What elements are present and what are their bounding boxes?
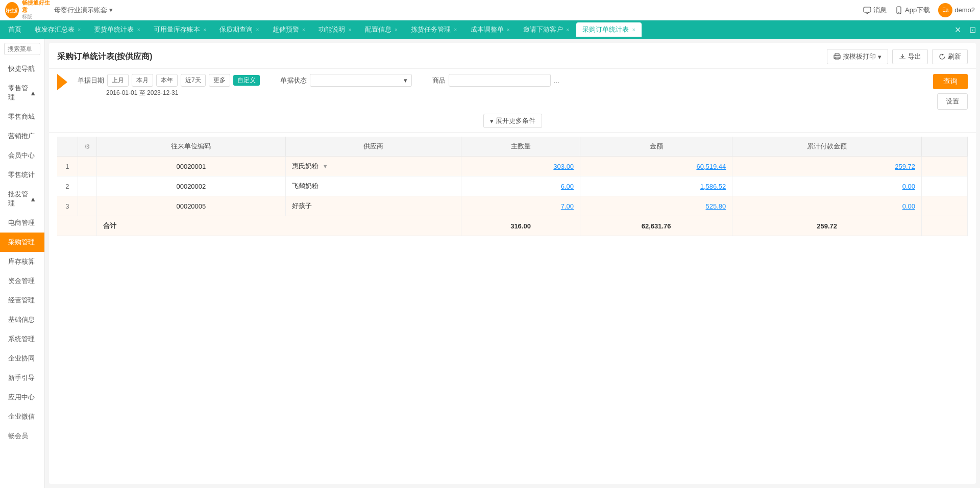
close-icon[interactable]: × xyxy=(302,27,305,33)
cell-paid[interactable]: 0.00 xyxy=(732,196,922,216)
tab-shoufacun[interactable]: 收发存汇总表 × xyxy=(29,22,87,37)
date-filter: 单据日期 上月 本月 本年 近7天 更多 自定义 xyxy=(78,74,260,87)
footer-empty xyxy=(57,216,96,236)
cell-amount[interactable]: 60,519.44 xyxy=(580,157,732,176)
date-more-btn[interactable]: 更多 xyxy=(209,74,230,87)
close-icon[interactable]: × xyxy=(137,27,140,33)
tab-home[interactable]: 首页 xyxy=(2,22,28,37)
sidebar-item-retail[interactable]: 零售管理 ▲ xyxy=(0,79,44,107)
cell-qty[interactable]: 303.00 xyxy=(461,157,580,176)
sidebar-item-basic[interactable]: 基础信息 xyxy=(0,310,44,329)
sidebar-item-finance[interactable]: 资金管理 xyxy=(0,271,44,291)
tab-baozhi[interactable]: 保质期查询 × xyxy=(213,22,265,37)
sidebar-item-operations[interactable]: 经营管理 xyxy=(0,291,44,310)
cell-empty xyxy=(921,157,967,176)
sidebar-item-member2[interactable]: 畅会员 xyxy=(0,426,44,446)
tab-caigou-active[interactable]: 采购订单统计表 × xyxy=(576,22,641,37)
date-last-month-btn[interactable]: 上月 xyxy=(107,74,129,87)
maximize-window-btn[interactable]: ⊡ xyxy=(967,25,978,35)
col-amount: 金额 xyxy=(580,137,732,157)
filter-fields: 单据日期 上月 本月 本年 近7天 更多 自定义 单据状态 xyxy=(78,74,927,97)
workspace-selector[interactable]: 母婴行业演示账套 ▾ xyxy=(54,6,113,15)
close-icon[interactable]: × xyxy=(507,27,510,33)
close-icon[interactable]: × xyxy=(566,27,569,33)
sidebar-item-member[interactable]: 会员中心 xyxy=(0,146,44,165)
tab-chaochu[interactable]: 超储预警 × xyxy=(266,22,311,37)
cell-amount[interactable]: 525.80 xyxy=(580,196,732,216)
data-table: ⚙ 往来单位编码 供应商 主数量 金额 累计付款金额 1 00020001 xyxy=(57,137,968,236)
sidebar-item-newbie[interactable]: 新手引导 xyxy=(0,368,44,388)
goods-input[interactable] xyxy=(449,74,551,87)
sidebar-item-purchase[interactable]: 采购管理 xyxy=(0,233,44,252)
expand-conditions-btn[interactable]: ▾ 展开更多条件 xyxy=(483,114,542,128)
cell-supplier: 飞鹤奶粉 xyxy=(286,176,461,196)
app-download-btn[interactable]: App下载 xyxy=(895,6,930,15)
col-code: 往来单位编码 xyxy=(96,137,286,157)
sidebar-item-enterprise[interactable]: 企业协同 xyxy=(0,349,44,368)
gear-icon[interactable]: ⚙ xyxy=(84,143,90,150)
sidebar-item-shop[interactable]: 零售商城 xyxy=(0,107,44,126)
sidebar-item-inventory[interactable]: 库存核算 xyxy=(0,252,44,271)
message-btn[interactable]: 消息 xyxy=(863,6,887,15)
search-input[interactable] xyxy=(4,43,40,55)
cell-qty[interactable]: 6.00 xyxy=(461,176,580,196)
nav-tabs-bar: 首页 收发存汇总表 × 要货单统计表 × 可用量库存账本 × 保质期查询 × 超… xyxy=(0,20,980,39)
cell-paid[interactable]: 0.00 xyxy=(732,176,922,196)
sidebar-item-wechat[interactable]: 企业微信 xyxy=(0,407,44,426)
date-7days-btn[interactable]: 近7天 xyxy=(181,74,206,87)
col-settings[interactable]: ⚙ xyxy=(78,137,96,157)
table-row: 2 00020002 飞鹤奶粉 6.00 1,586.52 0.00 xyxy=(57,176,968,196)
sidebar-item-retail-stat[interactable]: 零售统计 xyxy=(0,165,44,185)
more-fields-btn[interactable]: ... xyxy=(554,76,560,85)
tab-jianhuo[interactable]: 拣货任务管理 × xyxy=(405,22,463,37)
tab-peizhi[interactable]: 配置信息 × xyxy=(359,22,404,37)
table-row: 1 00020001 惠氏奶粉 ▼ 303.00 60,519.44 259.7… xyxy=(57,157,968,176)
chevron-down-icon: ▾ xyxy=(109,6,113,14)
close-icon[interactable]: × xyxy=(256,27,259,33)
query-btn[interactable]: 查询 xyxy=(933,74,968,89)
tab-yaoqing[interactable]: 邀请下游客户 × xyxy=(517,22,575,37)
sidebar-item-app-center[interactable]: 应用中心 xyxy=(0,388,44,407)
close-icon[interactable]: × xyxy=(348,27,351,33)
status-select[interactable]: ▾ xyxy=(310,74,412,87)
tab-gongneng[interactable]: 功能说明 × xyxy=(312,22,357,37)
expand-row-icon[interactable]: ▼ xyxy=(323,163,328,169)
close-icon[interactable]: × xyxy=(454,27,457,33)
header-actions: 按模板打印 ▾ 导出 刷新 xyxy=(827,49,968,64)
close-icon[interactable]: × xyxy=(395,27,398,33)
sidebar-item-system[interactable]: 系统管理 xyxy=(0,329,44,349)
expand-icon: ▾ xyxy=(490,117,494,125)
svg-rect-2 xyxy=(864,7,871,12)
cell-code: 00020002 xyxy=(96,176,286,196)
filter-area: 单据日期 上月 本月 本年 近7天 更多 自定义 单据状态 xyxy=(49,69,976,133)
sidebar-item-ecommerce[interactable]: 电商管理 xyxy=(0,213,44,233)
tab-yaohuo[interactable]: 要货单统计表 × xyxy=(88,22,146,37)
print-btn[interactable]: 按模板打印 ▾ xyxy=(827,49,888,64)
table-row: 3 00020005 好孩子 7.00 525.80 0.00 xyxy=(57,196,968,216)
date-this-year-btn[interactable]: 本年 xyxy=(156,74,178,87)
tab-chengben[interactable]: 成本调整单 × xyxy=(464,22,516,37)
cell-amount[interactable]: 1,586.52 xyxy=(580,176,732,196)
chevron-icon: ▲ xyxy=(30,195,36,203)
export-btn[interactable]: 导出 xyxy=(892,49,928,64)
sidebar-item-quick-nav[interactable]: 快捷导航 xyxy=(0,59,44,79)
date-this-month-btn[interactable]: 本月 xyxy=(132,74,153,87)
phone-icon xyxy=(895,6,903,14)
cell-check xyxy=(78,157,96,176)
sidebar-item-wholesale[interactable]: 批发管理 ▲ xyxy=(0,185,44,213)
sidebar-item-marketing[interactable]: 营销推广 xyxy=(0,126,44,146)
cell-paid[interactable]: 259.72 xyxy=(732,157,922,176)
settings-btn[interactable]: 设置 xyxy=(937,93,968,110)
table-area: ⚙ 往来单位编码 供应商 主数量 金额 累计付款金额 1 00020001 xyxy=(49,133,976,484)
close-icon[interactable]: × xyxy=(78,27,81,33)
tab-keyongliang[interactable]: 可用量库存账本 × xyxy=(148,22,212,37)
user-avatar-btn[interactable]: Ea demo2 xyxy=(938,3,975,17)
cell-empty xyxy=(921,196,967,216)
cell-qty[interactable]: 7.00 xyxy=(461,196,580,216)
close-icon[interactable]: × xyxy=(632,27,635,33)
filter-toggle-btn[interactable] xyxy=(57,74,67,90)
close-icon[interactable]: × xyxy=(203,27,206,33)
refresh-btn[interactable]: 刷新 xyxy=(932,49,968,64)
close-window-btn[interactable]: ✕ xyxy=(952,25,963,35)
select-arrow-icon: ▾ xyxy=(404,76,407,84)
